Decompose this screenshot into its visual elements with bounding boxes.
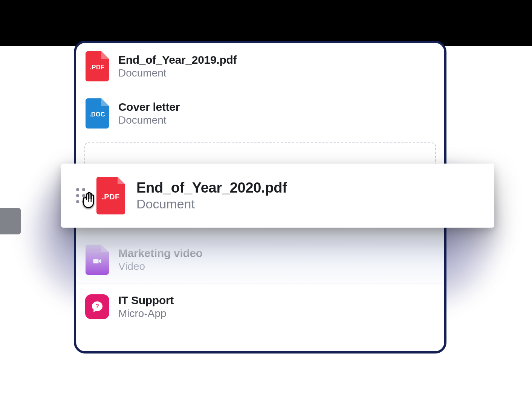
video-file-icon [86, 245, 109, 275]
file-thumb [85, 244, 109, 275]
doc-file-icon: .DOC [86, 98, 109, 129]
file-ext-label: .PDF [86, 64, 109, 71]
item-meta: Cover letter Document [118, 101, 180, 126]
item-meta: IT Support Micro-App [118, 294, 174, 320]
question-bubble-icon: ? [91, 300, 104, 313]
stage: .PDF End_of_Year_2019.pdf Document .DOC [0, 0, 532, 404]
pdf-file-icon: .PDF [86, 51, 109, 81]
file-thumb: ? [85, 291, 109, 323]
list-item[interactable]: ? IT Support Micro-App [76, 283, 444, 330]
file-thumb: .DOC [85, 98, 109, 129]
video-glyph-icon [86, 256, 109, 269]
item-title: End_of_Year_2019.pdf [118, 54, 237, 66]
item-title: IT Support [118, 294, 174, 307]
micro-app-icon: ? [85, 294, 109, 319]
item-subtitle: Document [118, 67, 237, 79]
item-title: Marketing video [118, 247, 203, 260]
top-black-bar [0, 0, 532, 46]
left-grey-tab [0, 208, 21, 234]
item-title: End_of_Year_2020.pdf [136, 180, 287, 196]
item-subtitle: Video [118, 260, 203, 272]
list-item[interactable]: Marketing video Video [76, 236, 444, 283]
item-meta: End_of_Year_2020.pdf Document [136, 180, 287, 211]
item-subtitle: Document [136, 197, 287, 211]
item-meta: Marketing video Video [118, 247, 203, 272]
file-ext-label: .DOC [86, 111, 109, 118]
item-meta: End_of_Year_2019.pdf Document [118, 54, 237, 79]
list-item[interactable]: .DOC Cover letter Document [76, 90, 444, 137]
dragged-item-card[interactable]: .PDF End_of_Year_2020.pdf Document [61, 164, 494, 228]
file-thumb: .PDF [85, 50, 109, 82]
grab-cursor-icon [79, 188, 101, 210]
list-item[interactable]: .PDF End_of_Year_2019.pdf Document [76, 43, 444, 90]
svg-rect-0 [93, 259, 99, 264]
item-title: Cover letter [118, 101, 180, 113]
svg-text:?: ? [95, 303, 99, 309]
item-subtitle: Micro-App [118, 308, 174, 320]
item-subtitle: Document [118, 114, 180, 126]
